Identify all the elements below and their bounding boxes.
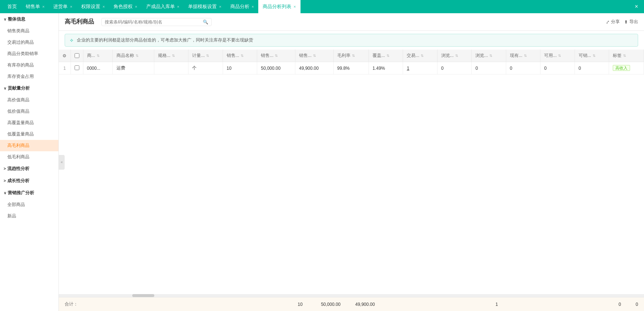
- nav-item-角色授权[interactable]: 角色授权×: [109, 0, 141, 13]
- horizontal-scrollbar[interactable]: [59, 294, 644, 297]
- sidebar-item-商品分类助销率[interactable]: 商品分类助销率: [0, 48, 58, 59]
- nav-close-icon[interactable]: ×: [294, 4, 296, 9]
- sidebar-group-整体信息[interactable]: ∨整体信息: [0, 13, 58, 25]
- nav-item-首页[interactable]: 首页: [3, 0, 21, 13]
- sort-icon-available[interactable]: ⇅: [558, 54, 561, 58]
- sort-icon-views2[interactable]: ⇅: [489, 54, 492, 58]
- nav-close-icon[interactable]: ×: [219, 4, 221, 9]
- sidebar-group-贡献量分析[interactable]: ∨贡献量分析: [0, 82, 58, 94]
- cell-coverage: 1.49%: [368, 62, 403, 75]
- settings-icon[interactable]: ⚙: [62, 53, 66, 58]
- sort-icon-salesAmt[interactable]: ⇅: [275, 54, 278, 58]
- col-header-unit[interactable]: 计量...⇅: [188, 50, 223, 62]
- col-label-unit: 计量...: [192, 53, 205, 59]
- col-label-views1: 浏览...: [441, 53, 454, 59]
- select-all-checkbox[interactable]: [75, 53, 79, 58]
- sidebar-group-流趋性分析[interactable]: >流趋性分析: [0, 163, 58, 175]
- sidebar-item-低价值商品[interactable]: 低价值商品: [0, 106, 58, 117]
- col-header-views1[interactable]: 浏览...⇅: [437, 50, 471, 62]
- nav-item-商品分析[interactable]: 商品分析×: [226, 0, 258, 13]
- col-header-tag[interactable]: 标签⇅: [609, 50, 644, 62]
- search-icon[interactable]: 🔍: [203, 19, 208, 25]
- nav-item-产成品入库单[interactable]: 产成品入库单×: [142, 0, 184, 13]
- col-header-settings: ⚙: [59, 50, 71, 62]
- export-button[interactable]: ⬆ 导出: [624, 19, 638, 25]
- scrollbar-thumb[interactable]: [132, 294, 154, 297]
- nav-item-商品分析列表[interactable]: 商品分析列表×: [258, 0, 300, 13]
- sort-icon-transactions[interactable]: ⇅: [421, 54, 424, 58]
- col-header-transactions[interactable]: 交易...⇅: [403, 50, 437, 62]
- footer-label: 合计：: [65, 301, 78, 307]
- info-icon: ✧: [69, 37, 74, 43]
- cell-saleable: 0: [575, 62, 609, 75]
- table-row: 10000...运费个1050,000.0049,900.0099.8%1.49…: [59, 62, 644, 75]
- header-actions: ⤤ 分享 ⬆ 导出: [606, 19, 638, 25]
- sidebar-item-新品[interactable]: 新品: [0, 210, 58, 222]
- export-icon: ⬆: [624, 19, 628, 25]
- info-text: 企业的主要的利润都是这部分商品创造的，可考虑加大推广，同时关注库存是不要出现缺货: [77, 37, 253, 43]
- sort-icon-grossMargin[interactable]: ⇅: [352, 54, 355, 58]
- sort-icon-saleable[interactable]: ⇅: [593, 54, 596, 58]
- footer-transactions: 1: [496, 302, 498, 307]
- col-header-stock[interactable]: 现有...⇅: [506, 50, 540, 62]
- sidebar-item-库存资金占用[interactable]: 库存资金占用: [0, 71, 58, 82]
- footer-available: 0: [636, 302, 638, 307]
- nav-item-单据模板设置[interactable]: 单据模板设置×: [184, 0, 226, 13]
- col-header-salesAmt[interactable]: 销售...⇅: [257, 50, 295, 62]
- col-label-transactions: 交易...: [407, 53, 419, 59]
- col-header-coverage[interactable]: 覆盖...⇅: [368, 50, 403, 62]
- col-header-saleable[interactable]: 可销...⇅: [575, 50, 609, 62]
- sort-icon-spec[interactable]: ⇅: [172, 54, 175, 58]
- nav-close-icon[interactable]: ×: [102, 4, 105, 9]
- sidebar-item-交易过的商品[interactable]: 交易过的商品: [0, 37, 58, 48]
- nav-item-权限设置[interactable]: 权限设置×: [77, 0, 109, 13]
- sidebar-item-低毛利商品[interactable]: 低毛利商品: [0, 151, 58, 163]
- sidebar-group-成长性分析[interactable]: >成长性分析: [0, 175, 58, 187]
- sort-icon-salesCost[interactable]: ⇅: [313, 54, 316, 58]
- search-input[interactable]: [105, 19, 201, 25]
- col-header-spec[interactable]: 规格...⇅: [154, 50, 188, 62]
- sidebar-group-营销推广分析[interactable]: ∨营销推广分析: [0, 187, 58, 199]
- col-header-grossMargin[interactable]: 毛利率⇅: [333, 50, 368, 62]
- col-header-views2[interactable]: 浏览...⇅: [472, 50, 506, 62]
- nav-item-销售单[interactable]: 销售单×: [21, 0, 49, 13]
- sidebar-item-高毛利商品[interactable]: 高毛利商品: [0, 140, 58, 151]
- col-label-views2: 浏览...: [475, 53, 488, 59]
- col-header-available[interactable]: 可用...⇅: [540, 50, 575, 62]
- sidebar-item-全部商品[interactable]: 全部商品: [0, 199, 58, 210]
- col-label-saleable: 可销...: [579, 53, 591, 59]
- content-area: « 高毛利商品 🔍 ⤤ 分享 ⬆ 导出 ✧ 企业的主: [59, 13, 644, 311]
- nav-close-icon[interactable]: ×: [177, 4, 179, 9]
- close-window-button[interactable]: ×: [632, 3, 641, 10]
- nav-close-icon[interactable]: ×: [135, 4, 137, 9]
- group-title-label: 整体信息: [8, 16, 25, 22]
- sort-icon-coverage[interactable]: ⇅: [386, 54, 389, 58]
- sidebar-item-高价值商品[interactable]: 高价值商品: [0, 94, 58, 106]
- col-header-salesCost[interactable]: 销售...⇅: [295, 50, 334, 62]
- search-box[interactable]: 🔍: [101, 18, 212, 26]
- row-checkbox[interactable]: [75, 65, 79, 70]
- col-header-salesQty[interactable]: 销售...⇅: [223, 50, 257, 62]
- col-header-code[interactable]: 商...⇅: [83, 50, 112, 62]
- col-label-coverage: 覆盖...: [373, 53, 385, 59]
- nav-close-icon[interactable]: ×: [252, 4, 254, 9]
- sort-icon-views1[interactable]: ⇅: [455, 54, 458, 58]
- nav-item-进货单[interactable]: 进货单×: [49, 0, 76, 13]
- cell-unit: 个: [188, 62, 223, 75]
- sidebar-item-销售类商品[interactable]: 销售类商品: [0, 25, 58, 37]
- sidebar-item-低覆盖量商品[interactable]: 低覆盖量商品: [0, 129, 58, 140]
- share-button[interactable]: ⤤ 分享: [606, 19, 620, 25]
- sidebar-toggle-button[interactable]: «: [59, 155, 65, 170]
- col-header-name[interactable]: 商品名称⇅: [112, 50, 154, 62]
- sort-icon-name[interactable]: ⇅: [136, 54, 138, 58]
- sort-icon-tag[interactable]: ⇅: [623, 54, 626, 58]
- sort-icon-unit[interactable]: ⇅: [206, 54, 209, 58]
- sort-icon-stock[interactable]: ⇅: [524, 54, 527, 58]
- sidebar-item-高覆盖量商品[interactable]: 高覆盖量商品: [0, 117, 58, 129]
- nav-close-icon[interactable]: ×: [42, 4, 44, 9]
- nav-close-icon[interactable]: ×: [70, 4, 72, 9]
- sort-icon-code[interactable]: ⇅: [97, 54, 100, 58]
- sort-icon-salesQty[interactable]: ⇅: [241, 54, 244, 58]
- sidebar-item-有库存的商品[interactable]: 有库存的商品: [0, 59, 58, 71]
- export-label: 导出: [629, 19, 638, 25]
